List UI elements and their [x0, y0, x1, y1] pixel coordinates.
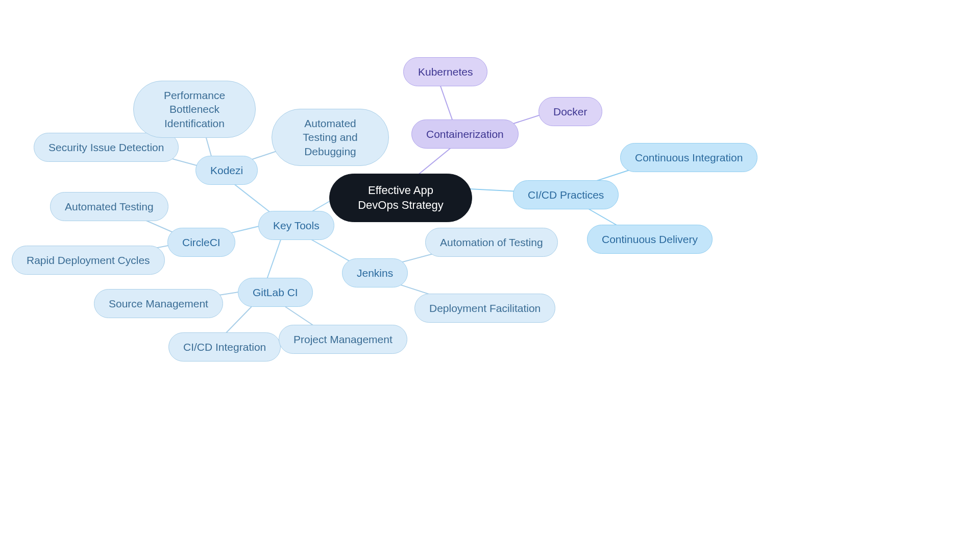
node-performance-bottleneck[interactable]: Performance Bottleneck Identification — [133, 81, 256, 138]
node-cicd-practices[interactable]: CI/CD Practices — [513, 180, 619, 209]
node-automated-testing-debugging[interactable]: Automated Testing and Debugging — [272, 109, 389, 166]
node-deployment-facilitation[interactable]: Deployment Facilitation — [414, 294, 555, 323]
node-jenkins[interactable]: Jenkins — [342, 258, 408, 287]
mindmap-canvas: Effective App DevOps Strategy Containeri… — [0, 0, 980, 553]
node-root[interactable]: Effective App DevOps Strategy — [329, 174, 472, 222]
node-project-management[interactable]: Project Management — [279, 325, 407, 354]
node-continuous-integration[interactable]: Continuous Integration — [620, 143, 757, 172]
edges-layer — [0, 0, 980, 553]
node-rapid-deployment[interactable]: Rapid Deployment Cycles — [12, 246, 165, 275]
node-gitlab-ci[interactable]: GitLab CI — [238, 278, 313, 307]
node-kodezi[interactable]: Kodezi — [195, 156, 258, 185]
node-containerization[interactable]: Containerization — [411, 119, 519, 149]
node-continuous-delivery[interactable]: Continuous Delivery — [587, 225, 713, 254]
node-cicd-integration[interactable]: CI/CD Integration — [168, 332, 281, 362]
node-key-tools[interactable]: Key Tools — [258, 211, 334, 240]
node-source-management[interactable]: Source Management — [94, 289, 223, 318]
node-kubernetes[interactable]: Kubernetes — [403, 57, 487, 86]
node-circleci[interactable]: CircleCI — [167, 228, 235, 257]
node-automated-testing[interactable]: Automated Testing — [50, 192, 168, 221]
node-automation-testing[interactable]: Automation of Testing — [425, 228, 558, 257]
node-docker[interactable]: Docker — [538, 97, 602, 126]
